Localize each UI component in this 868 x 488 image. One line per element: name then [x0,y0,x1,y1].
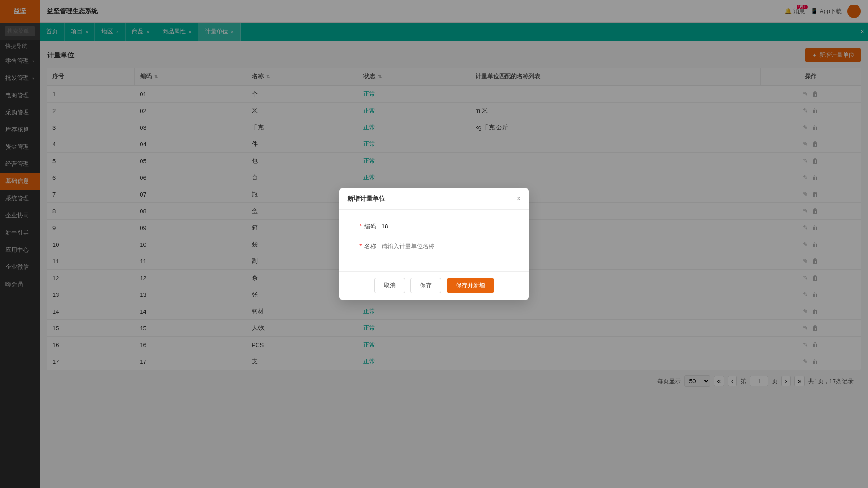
required-star-code: * [359,223,362,230]
save-button[interactable]: 保存 [410,278,441,293]
required-star-name: * [359,243,362,249]
form-row-code: * 编码 [354,221,514,232]
modal-close-button[interactable]: × [517,195,521,203]
modal-title: 新增计量单位 [347,195,385,203]
save-and-new-button[interactable]: 保存并新增 [447,278,494,293]
modal-footer: 取消 保存 保存并新增 [339,271,529,300]
modal-header: 新增计量单位 × [339,188,529,210]
name-label: * 名称 [354,242,376,250]
form-row-name: * 名称 [354,240,514,252]
add-unit-modal: 新增计量单位 × * 编码 * 名称 取消 保存 保存并新增 [339,188,529,300]
code-input[interactable] [380,221,514,232]
name-input[interactable] [380,240,514,252]
cancel-button[interactable]: 取消 [374,278,405,293]
code-label: * 编码 [354,222,376,230]
modal-overlay[interactable]: 新增计量单位 × * 编码 * 名称 取消 保存 保存并新增 [0,0,868,488]
modal-body: * 编码 * 名称 [339,210,529,271]
